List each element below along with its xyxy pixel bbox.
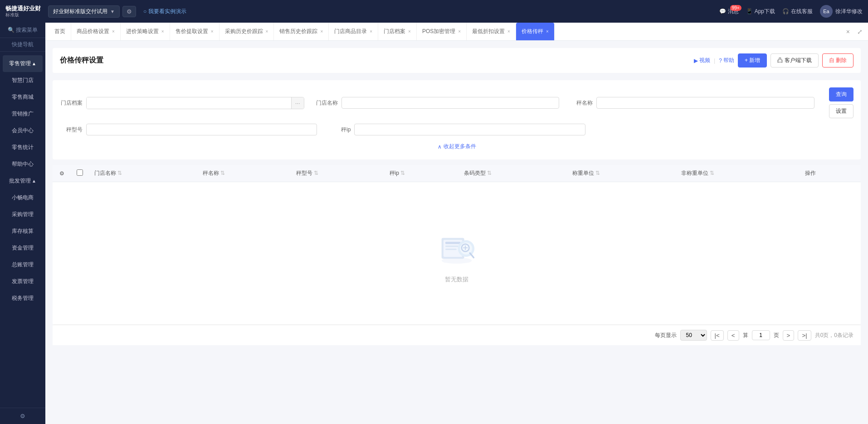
sidebar-item-7[interactable]: 批发管理▲ xyxy=(3,173,43,189)
app-download-btn[interactable]: 📱 App下载 xyxy=(746,8,775,15)
settings-icon-btn[interactable]: ⚙ xyxy=(122,6,136,17)
tab-item-3[interactable]: 售价提取设置× xyxy=(170,23,219,41)
sidebar-item-13[interactable]: 发票管理 xyxy=(3,273,43,290)
version-label: 好业财标准版交付试用 xyxy=(53,8,107,15)
tab-close-icon[interactable]: × xyxy=(320,29,323,34)
sidebar-item-label: 营销推广 xyxy=(12,110,34,118)
page-number-input[interactable] xyxy=(752,330,770,340)
tab-close-icon[interactable]: × xyxy=(408,29,411,34)
th-col-6[interactable]: 非称重单位⇅ xyxy=(676,165,800,182)
store-name-input[interactable] xyxy=(341,97,560,109)
tab-item-2[interactable]: 进价策略设置× xyxy=(121,23,170,41)
data-table: ⚙ 门店名称⇅秤名称⇅秤型号⇅秤ip⇅条码类型⇅称重单位⇅非称重单位⇅操作 xyxy=(53,165,861,325)
th-checkbox[interactable] xyxy=(71,165,89,182)
table-area: ⚙ 门店名称⇅秤名称⇅秤型号⇅秤ip⇅条码类型⇅称重单位⇅非称重单位⇅操作 xyxy=(53,165,861,325)
scale-model-field: 秤型号 xyxy=(60,124,317,135)
tab-item-7[interactable]: 门店档案× xyxy=(378,23,417,41)
th-col-5[interactable]: 称重单位⇅ xyxy=(567,165,675,182)
app-title: 畅捷通好业财 xyxy=(5,5,41,12)
table-header-row: ⚙ 门店名称⇅秤名称⇅秤型号⇅秤ip⇅条码类型⇅称重单位⇅非称重单位⇅操作 xyxy=(53,165,861,182)
tab-item-5[interactable]: 销售历史价跟踪× xyxy=(274,23,329,41)
tab-bar-expand-btn[interactable]: ⤢ xyxy=(855,26,864,37)
sidebar-item-10[interactable]: 库存核算 xyxy=(3,223,43,240)
tab-label: 销售历史价跟踪 xyxy=(279,28,317,35)
user-area[interactable]: Ea 徐泽华修改 xyxy=(820,5,863,18)
sidebar-item-3[interactable]: 营销推广 xyxy=(3,106,43,122)
scale-name-input[interactable] xyxy=(596,97,814,109)
sidebar-item-12[interactable]: 总账管理 xyxy=(3,256,43,273)
tab-bar-end: × ⤢ xyxy=(844,26,864,37)
tab-close-icon[interactable]: × xyxy=(161,29,164,34)
scale-ip-input[interactable] xyxy=(354,124,585,135)
sidebar-item-label: 发票管理 xyxy=(12,278,34,285)
next-page-btn[interactable]: > xyxy=(783,330,795,341)
tab-item-8[interactable]: POS加密管理× xyxy=(417,23,467,41)
message-btn[interactable]: 💬 消息 99+ xyxy=(719,8,739,15)
tab-item-10[interactable]: 价格传秤× xyxy=(516,23,555,41)
download-button[interactable]: 凸 客户端下载 xyxy=(770,53,818,67)
tab-label: 价格传秤 xyxy=(522,28,543,35)
store-file-input[interactable] xyxy=(87,97,291,109)
first-page-btn[interactable]: |< xyxy=(711,330,724,341)
table-head: ⚙ 门店名称⇅秤名称⇅秤型号⇅秤ip⇅条码类型⇅称重单位⇅非称重单位⇅操作 xyxy=(53,165,861,182)
collapse-btn[interactable]: ∧ 收起更多条件 xyxy=(60,141,853,152)
select-all-checkbox[interactable] xyxy=(77,169,83,176)
sidebar-item-9[interactable]: 采购管理 xyxy=(3,206,43,223)
tab-item-6[interactable]: 门店商品目录× xyxy=(329,23,378,41)
th-col-1[interactable]: 秤名称⇅ xyxy=(197,165,291,182)
set-button[interactable]: 设置 xyxy=(829,104,853,118)
sidebar-gear-btn[interactable]: ⚙ xyxy=(0,408,45,424)
version-selector[interactable]: 好业财标准版交付试用 ▼ xyxy=(48,5,120,18)
demo-link[interactable]: ○ 我要看实例演示 xyxy=(143,8,186,15)
delete-button[interactable]: 自 删除 xyxy=(822,53,853,67)
th-col-0[interactable]: 门店名称⇅ xyxy=(89,165,197,182)
sidebar-item-1[interactable]: 智慧门店 xyxy=(3,72,43,89)
tab-item-0[interactable]: 首页 xyxy=(49,23,71,41)
scale-model-input[interactable] xyxy=(86,124,317,135)
sidebar-item-6[interactable]: 帮助中心 xyxy=(3,156,43,173)
sidebar-item-4[interactable]: 会员中心 xyxy=(3,122,43,139)
tab-close-icon[interactable]: × xyxy=(211,29,214,34)
search-label: 搜索菜单 xyxy=(16,27,38,33)
help-link[interactable]: ? 帮助 xyxy=(719,57,734,64)
logo-area: 畅捷通好业财 标准版 xyxy=(5,5,41,18)
tab-close-icon[interactable]: × xyxy=(370,29,372,34)
tab-item-4[interactable]: 采购历史价跟踪× xyxy=(219,23,274,41)
sidebar-item-8[interactable]: 小畅电商 xyxy=(3,189,43,206)
sidebar-item-14[interactable]: 税务管理 xyxy=(3,290,43,307)
page-unit: 页 xyxy=(774,332,779,339)
sidebar-quick-nav[interactable]: 快捷导航 xyxy=(0,38,45,52)
tab-close-icon[interactable]: × xyxy=(546,29,549,34)
video-link[interactable]: ▶ 视频 xyxy=(694,57,710,64)
online-service-btn[interactable]: 🎧 在线客服 xyxy=(782,8,813,15)
tab-close-icon[interactable]: × xyxy=(266,29,268,34)
sidebar-item-label: 资金管理 xyxy=(12,244,34,252)
divider: | xyxy=(714,57,715,64)
svg-rect-4 xyxy=(445,246,458,247)
th-col-2[interactable]: 秤型号⇅ xyxy=(291,165,384,182)
sidebar-item-5[interactable]: 零售统计 xyxy=(3,139,43,156)
tab-bar-close-btn[interactable]: × xyxy=(844,26,852,37)
sidebar-item-0[interactable]: 零售管理▲ xyxy=(3,55,43,72)
sidebar: 🔍 搜索菜单 快捷导航 零售管理▲智慧门店零售商城营销推广会员中心零售统计帮助中… xyxy=(0,23,45,424)
page-size-select[interactable]: 50 10 20 100 xyxy=(680,330,707,341)
tab-item-9[interactable]: 最低折扣设置× xyxy=(467,23,516,41)
th-settings[interactable]: ⚙ xyxy=(53,165,71,182)
tab-close-icon[interactable]: × xyxy=(458,29,461,34)
tab-item-1[interactable]: 商品价格设置× xyxy=(71,23,121,41)
tab-close-icon[interactable]: × xyxy=(507,29,510,34)
sidebar-item-11[interactable]: 资金管理 xyxy=(3,240,43,256)
sidebar-item-2[interactable]: 零售商城 xyxy=(3,89,43,106)
tab-close-icon[interactable]: × xyxy=(112,29,115,34)
th-col-7: 操作 xyxy=(800,165,861,182)
message-icon: 💬 xyxy=(719,8,726,14)
th-col-3[interactable]: 秤ip⇅ xyxy=(384,165,458,182)
store-file-dots-btn[interactable]: ··· xyxy=(291,97,304,109)
prev-page-btn[interactable]: < xyxy=(727,330,739,341)
th-col-4[interactable]: 条码类型⇅ xyxy=(458,165,567,182)
store-file-field: 门店档案 ··· xyxy=(60,97,304,109)
add-button[interactable]: + 新增 xyxy=(738,53,767,67)
sidebar-search[interactable]: 🔍 搜索菜单 xyxy=(0,23,45,38)
query-button[interactable]: 查询 xyxy=(829,87,853,101)
last-page-btn[interactable]: >| xyxy=(798,330,811,341)
